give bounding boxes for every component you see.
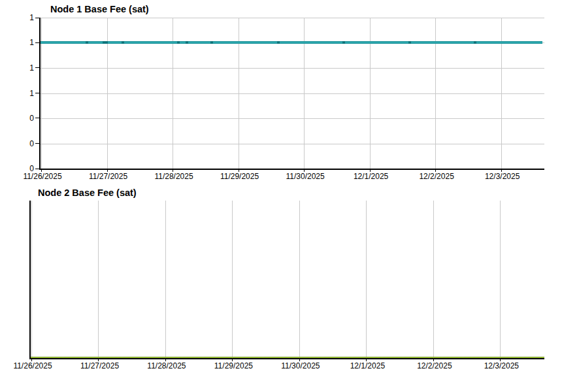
x-tick-mark bbox=[98, 358, 99, 361]
y-tick-label: 1 bbox=[5, 39, 34, 46]
y-tick-mark bbox=[35, 118, 41, 118]
x-tick-mark bbox=[433, 358, 434, 361]
v-gridline bbox=[232, 201, 233, 358]
y-tick-mark bbox=[35, 18, 41, 18]
chart-title: Node 2 Base Fee (sat) bbox=[38, 188, 137, 198]
node1-base-fee-line bbox=[41, 41, 542, 44]
x-tick-mark bbox=[107, 169, 108, 172]
h-gridline bbox=[41, 118, 544, 119]
y-tick-label: 0 bbox=[5, 140, 34, 148]
y-tick-mark bbox=[35, 143, 41, 144]
v-gridline bbox=[239, 18, 239, 169]
x-tick-mark bbox=[299, 358, 300, 361]
v-gridline bbox=[41, 18, 42, 169]
y-tick-label: 0 bbox=[5, 114, 34, 122]
x-tick-label: 12/3/2025 bbox=[484, 362, 519, 370]
x-tick-label: 11/28/2025 bbox=[147, 362, 186, 370]
v-gridline bbox=[107, 18, 108, 169]
data-point-marker bbox=[177, 41, 180, 44]
v-gridline bbox=[501, 18, 502, 169]
h-gridline bbox=[41, 169, 544, 169]
x-tick-mark bbox=[165, 358, 166, 361]
v-gridline bbox=[98, 201, 99, 358]
v-gridline bbox=[299, 201, 300, 358]
node2-base-fee-line bbox=[31, 357, 544, 359]
data-point-marker bbox=[210, 41, 213, 44]
x-tick-label: 11/26/2025 bbox=[13, 362, 52, 370]
y-tick-label: 1 bbox=[5, 64, 34, 72]
x-axis-line bbox=[39, 169, 544, 170]
h-gridline bbox=[41, 68, 544, 69]
data-point-marker bbox=[103, 41, 105, 44]
v-gridline bbox=[165, 201, 166, 358]
y-tick-label: 0 bbox=[5, 165, 34, 172]
x-tick-label: 12/3/2025 bbox=[485, 172, 520, 181]
data-point-marker bbox=[277, 41, 280, 44]
x-tick-mark bbox=[500, 358, 501, 361]
x-tick-label: 11/27/2025 bbox=[80, 362, 119, 370]
v-gridline bbox=[500, 201, 501, 358]
v-gridline bbox=[366, 201, 367, 358]
h-gridline bbox=[41, 93, 544, 94]
x-tick-label: 11/30/2025 bbox=[281, 362, 320, 370]
x-axis-line bbox=[29, 358, 544, 359]
plot-area: 111100011/26/202511/27/202511/28/202511/… bbox=[41, 18, 544, 169]
data-point-marker bbox=[105, 41, 108, 44]
h-gridline bbox=[41, 42, 544, 43]
y-tick-mark bbox=[35, 42, 41, 43]
h-gridline bbox=[41, 18, 544, 18]
x-tick-mark bbox=[31, 358, 32, 361]
v-gridline bbox=[31, 201, 32, 358]
v-gridline bbox=[433, 201, 434, 358]
data-point-marker bbox=[86, 41, 88, 44]
v-gridline bbox=[304, 18, 305, 169]
v-gridline bbox=[370, 18, 371, 169]
y-tick-mark bbox=[35, 169, 41, 169]
x-tick-mark bbox=[232, 358, 233, 361]
x-tick-mark bbox=[370, 169, 371, 172]
x-tick-mark bbox=[173, 169, 173, 172]
y-axis-line bbox=[29, 201, 31, 358]
x-tick-label: 11/30/2025 bbox=[286, 172, 324, 181]
x-tick-label: 12/2/2025 bbox=[417, 362, 452, 370]
x-tick-label: 11/28/2025 bbox=[154, 172, 193, 181]
x-tick-label: 11/27/2025 bbox=[89, 172, 127, 181]
x-tick-label: 11/26/2025 bbox=[23, 172, 61, 181]
y-tick-mark bbox=[35, 93, 41, 93]
v-gridline bbox=[173, 18, 173, 169]
x-tick-mark bbox=[304, 169, 305, 172]
data-point-marker bbox=[408, 41, 411, 44]
x-tick-label: 11/29/2025 bbox=[220, 172, 259, 181]
x-tick-mark bbox=[366, 358, 367, 361]
x-tick-mark bbox=[239, 169, 239, 172]
x-tick-label: 11/29/2025 bbox=[214, 362, 253, 370]
x-tick-label: 12/1/2025 bbox=[350, 362, 385, 370]
y-tick-label: 1 bbox=[5, 90, 34, 97]
y-axis-line bbox=[39, 18, 41, 169]
data-point-marker bbox=[186, 41, 188, 44]
x-tick-mark bbox=[501, 169, 502, 172]
x-tick-label: 12/2/2025 bbox=[419, 172, 454, 181]
x-tick-label: 12/1/2025 bbox=[354, 172, 388, 181]
data-point-marker bbox=[474, 41, 476, 44]
v-gridline bbox=[435, 18, 436, 169]
h-gridline bbox=[41, 144, 544, 144]
y-tick-label: 1 bbox=[5, 14, 34, 22]
x-tick-mark bbox=[435, 169, 436, 172]
x-tick-mark bbox=[41, 169, 42, 172]
data-point-marker bbox=[122, 41, 124, 44]
data-point-marker bbox=[342, 41, 345, 44]
y-tick-mark bbox=[35, 67, 41, 68]
node1-base-fee-chart: Node 1 Base Fee (sat) 111100011/26/20251… bbox=[0, 0, 562, 392]
node2-base-fee-chart: Node 2 Base Fee (sat) 11/26/202511/27/20… bbox=[0, 0, 562, 392]
plot-area: 11/26/202511/27/202511/28/202511/29/2025… bbox=[31, 201, 544, 358]
chart-title: Node 1 Base Fee (sat) bbox=[50, 4, 149, 14]
